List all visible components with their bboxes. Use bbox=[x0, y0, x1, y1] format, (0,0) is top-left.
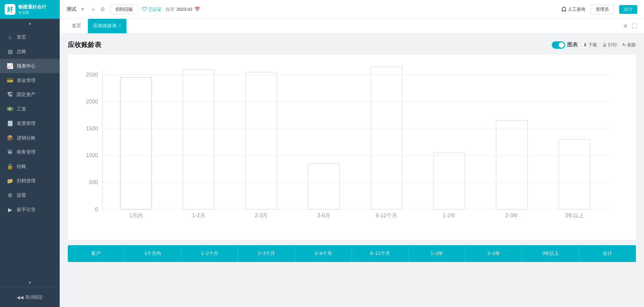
close-accounts-icon: 🔒 bbox=[7, 163, 13, 170]
col-header-3-6month: 3~6个月 bbox=[295, 245, 352, 262]
svg-rect-17 bbox=[183, 70, 214, 209]
period-value: 2023-02 bbox=[176, 7, 193, 12]
col-header-3plus-year: 3年以上 bbox=[522, 245, 579, 262]
col-header-2-3year: 2~3年 bbox=[466, 245, 522, 262]
download-button[interactable]: ⬇ 下载 bbox=[583, 42, 597, 48]
certified-badge: 🛡 已认证 bbox=[142, 6, 162, 12]
switch-version-button[interactable]: 切到旧版 bbox=[110, 5, 138, 14]
app-name-block: 畅捷通好会计 专业版 bbox=[18, 4, 46, 15]
headset-icon: 🎧 bbox=[561, 7, 567, 12]
sidebar-label-archive: 归档管理 bbox=[17, 178, 36, 184]
page-title: 应收账龄表 bbox=[68, 40, 101, 49]
refresh-label: 刷新 bbox=[627, 42, 636, 48]
sidebar-label-salary: 工资 bbox=[17, 106, 26, 112]
sidebar-item-home[interactable]: ⌂ 首页 bbox=[0, 30, 60, 44]
cancel-fixed-button[interactable]: ◀◀ 取消固定 bbox=[0, 291, 60, 304]
pin-left-icon: ◀◀ bbox=[17, 295, 23, 300]
svg-rect-23 bbox=[371, 67, 402, 209]
topbar: 测试 ▼ ＋ ⚙ 切到旧版 🛡 已认证 账期 2023-02 📅 🎧 人工咨询 … bbox=[60, 0, 644, 19]
sidebar-item-archive[interactable]: 📁 归档管理 bbox=[0, 174, 60, 188]
table-container: 客户 1个月内 1~2个月 2~3个月 3~6个月 6~12个月 1~2年 2~… bbox=[68, 245, 636, 262]
sidebar-item-stock[interactable]: 📦 进销台账 bbox=[0, 131, 60, 145]
sidebar-item-funds[interactable]: 💳 资金管理 bbox=[0, 73, 60, 88]
funds-icon: 💳 bbox=[7, 77, 13, 84]
company-dropdown-icon[interactable]: ▼ bbox=[80, 7, 85, 12]
period-text-label: 账期 bbox=[166, 6, 174, 12]
sidebar-scroll-down[interactable]: ▼ bbox=[0, 278, 60, 287]
sidebar-item-settings[interactable]: ⚙ 设置 bbox=[0, 188, 60, 203]
svg-text:1月内: 1月内 bbox=[129, 213, 143, 218]
svg-rect-19 bbox=[246, 72, 277, 209]
main-area: 测试 ▼ ＋ ⚙ 切到旧版 🛡 已认证 账期 2023-02 📅 🎧 人工咨询 … bbox=[60, 0, 644, 307]
sidebar-item-close[interactable]: 🔒 结账 bbox=[0, 159, 60, 174]
chart-toggle[interactable]: 图表 bbox=[552, 41, 578, 49]
refresh-button[interactable]: ↻ 刷新 bbox=[622, 42, 636, 48]
window-expand-icon[interactable]: ⛶ bbox=[632, 23, 637, 29]
table-header: 客户 1个月内 1~2个月 2~3个月 3~6个月 6~12个月 1~2年 2~… bbox=[68, 245, 636, 262]
toggle-switch-icon[interactable] bbox=[552, 41, 565, 49]
sidebar: 好 畅捷通好会计 专业版 ▲ ⌂ 首页 ▤ 总账 📈 报表中心 💳 资金管理 🏗… bbox=[0, 0, 60, 307]
sidebar-label-ledger: 总账 bbox=[17, 49, 26, 55]
role-button[interactable]: 会计 bbox=[619, 5, 637, 14]
refresh-icon: ↻ bbox=[622, 42, 626, 47]
consult-label: 人工咨询 bbox=[568, 6, 585, 12]
sidebar-label-home: 首页 bbox=[17, 34, 26, 40]
col-header-6-12month: 6~12个月 bbox=[352, 245, 409, 262]
tab-active-label: 应收账龄表 bbox=[93, 23, 117, 29]
chart-toggle-label: 图表 bbox=[567, 41, 578, 48]
sidebar-item-salary[interactable]: 💵 工资 bbox=[0, 102, 60, 116]
tab-accounts-receivable[interactable]: 应收账龄表 × bbox=[88, 19, 126, 33]
invoice-icon: 🧾 bbox=[7, 120, 13, 127]
add-company-button[interactable]: ＋ bbox=[90, 5, 96, 13]
home-icon: ⌂ bbox=[7, 34, 13, 40]
shield-icon: 🛡 bbox=[142, 6, 147, 12]
consult-button[interactable]: 🎧 人工咨询 bbox=[561, 6, 585, 12]
sidebar-item-reports[interactable]: 📈 报表中心 bbox=[0, 59, 60, 73]
settings-icon: ⚙ bbox=[7, 192, 13, 199]
sidebar-nav: ⌂ 首页 ▤ 总账 📈 报表中心 💳 资金管理 🏗 固定资产 💵 工资 🧾 发票… bbox=[0, 28, 60, 278]
period-display: 账期 2023-02 📅 bbox=[166, 6, 200, 12]
app-logo-icon: 好 bbox=[5, 4, 15, 15]
sidebar-item-tax[interactable]: 🏛 税务管理 bbox=[0, 145, 60, 159]
svg-text:6-12个月: 6-12个月 bbox=[376, 213, 397, 218]
svg-rect-27 bbox=[496, 121, 527, 209]
download-icon: ⬇ bbox=[583, 42, 587, 47]
sidebar-label-reports: 报表中心 bbox=[17, 63, 36, 69]
certified-label: 已认证 bbox=[149, 6, 162, 12]
sidebar-scroll-up[interactable]: ▲ bbox=[0, 19, 60, 28]
tab-close-icon[interactable]: × bbox=[119, 24, 121, 28]
page-actions: 图表 ⬇ 下载 🖨 打印 ↻ 刷新 bbox=[552, 41, 636, 49]
cancel-fixed-label: 取消固定 bbox=[25, 294, 43, 300]
salary-icon: 💵 bbox=[7, 106, 13, 112]
sidebar-logo: 好 畅捷通好会计 专业版 bbox=[0, 0, 60, 19]
svg-rect-25 bbox=[433, 153, 465, 209]
reports-icon: 📈 bbox=[7, 63, 13, 69]
calendar-icon[interactable]: 📅 bbox=[195, 7, 200, 12]
guide-icon: ▶ bbox=[7, 207, 13, 213]
user-button[interactable]: 管理员 bbox=[591, 5, 614, 14]
sidebar-item-guide[interactable]: ▶ 新手引导 bbox=[0, 203, 60, 217]
sidebar-label-settings: 设置 bbox=[17, 192, 26, 199]
sidebar-item-ledger[interactable]: ▤ 总账 bbox=[0, 44, 60, 59]
chart-container: 0 500 1000 1500 2000 2500 1月内 1-2月 bbox=[68, 55, 636, 240]
page-header: 应收账龄表 图表 ⬇ 下载 🖨 打印 ↻ 刷新 bbox=[68, 40, 636, 49]
window-close-icon[interactable]: ✕ bbox=[623, 23, 628, 30]
settings-gear-icon[interactable]: ⚙ bbox=[100, 6, 105, 12]
company-name: 测试 bbox=[66, 6, 76, 12]
assets-icon: 🏗 bbox=[7, 92, 13, 98]
col-header-1-2month: 1~2个月 bbox=[181, 245, 238, 262]
app-name: 畅捷通好会计 bbox=[18, 4, 46, 10]
ledger-icon: ▤ bbox=[7, 48, 13, 55]
col-header-2-3month: 2~3个月 bbox=[238, 245, 295, 262]
svg-text:2-3年: 2-3年 bbox=[505, 213, 518, 218]
bar-chart: 0 500 1000 1500 2000 2500 1月内 1-2月 bbox=[71, 61, 626, 232]
sidebar-item-invoice[interactable]: 🧾 发票管理 bbox=[0, 116, 60, 131]
tab-home[interactable]: 首页 bbox=[66, 19, 87, 33]
print-label: 打印 bbox=[608, 42, 617, 48]
print-button[interactable]: 🖨 打印 bbox=[602, 42, 617, 48]
tax-icon: 🏛 bbox=[7, 149, 13, 155]
sidebar-item-assets[interactable]: 🏗 固定资产 bbox=[0, 88, 60, 102]
col-header-1month: 1个月内 bbox=[124, 245, 181, 262]
svg-text:1000: 1000 bbox=[86, 152, 98, 158]
svg-text:1-2月: 1-2月 bbox=[192, 213, 205, 218]
